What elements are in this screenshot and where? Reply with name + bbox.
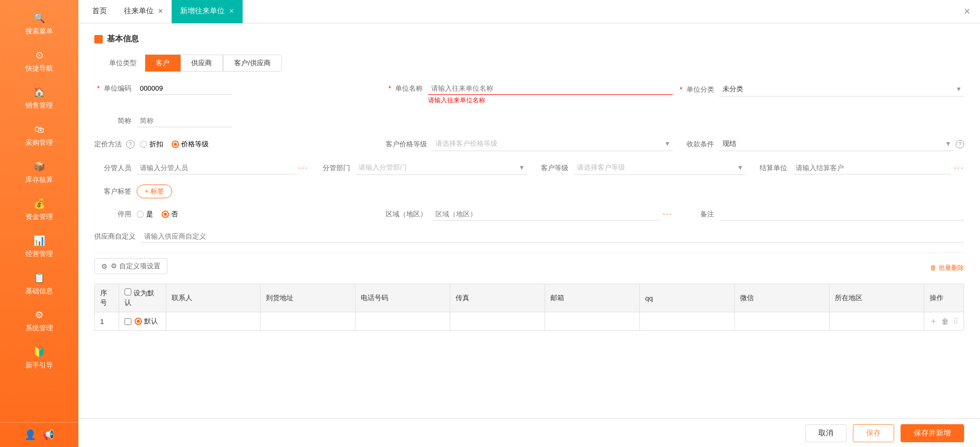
- payment-terms-value: 现结: [719, 137, 945, 151]
- radio-circle-default: [135, 318, 142, 325]
- radio-circle-yes: [137, 211, 144, 218]
- pricing-method-radio-group: 折扣 价格等级: [140, 139, 209, 149]
- qq-input[interactable]: [645, 318, 729, 326]
- pricing-method-help-icon[interactable]: ?: [126, 140, 135, 148]
- add-tag-button[interactable]: + 标签: [137, 185, 172, 198]
- fax-input[interactable]: [456, 318, 539, 326]
- unit-code-label: * 单位编码: [94, 84, 131, 93]
- tab-partners-close[interactable]: ✕: [158, 7, 163, 15]
- radio-dot: [174, 143, 177, 146]
- tab-partners[interactable]: 往来单位 ✕: [115, 0, 172, 23]
- customer-price-level-placeholder: 请选择客户价格等级: [432, 137, 664, 151]
- unit-category-label: * 单位分类: [677, 85, 714, 94]
- settlement-unit-input[interactable]: [792, 162, 951, 174]
- default-radio[interactable]: 默认: [135, 317, 158, 326]
- sidebar-item-system[interactable]: ⚙ 系统管理: [0, 302, 78, 339]
- sidebar-item-label: 基础信息: [25, 286, 53, 296]
- sidebar-item-inventory[interactable]: 📦 库存核算: [0, 154, 78, 191]
- field-supplier-custom: 供应商自定义: [94, 230, 964, 243]
- add-row-icon[interactable]: ＋: [930, 317, 937, 326]
- settlement-unit-more-btn[interactable]: ···: [954, 163, 964, 173]
- radio-circle-discount: [140, 141, 147, 148]
- sidebar-item-purchase[interactable]: 🛍 采购管理: [0, 117, 78, 154]
- sidebar-item-basic-info[interactable]: 📋 基础信息: [0, 265, 78, 302]
- row-checkbox[interactable]: [124, 318, 131, 325]
- row-unit-info: * 单位编码 * 单位名称 请输入往来单位名称 *: [94, 82, 964, 105]
- supplier-custom-input[interactable]: [141, 230, 964, 243]
- delete-row-icon[interactable]: 🗑: [941, 317, 949, 326]
- save-and-new-button[interactable]: 保存并新增: [901, 424, 964, 442]
- disabled-yes[interactable]: 是: [137, 209, 153, 219]
- tab-bar-close[interactable]: ✕: [959, 6, 975, 16]
- region-more-btn[interactable]: ···: [663, 209, 673, 219]
- pricing-method-price-level[interactable]: 价格等级: [172, 139, 209, 149]
- type-btn-customer[interactable]: 客户: [145, 55, 181, 72]
- divider: [94, 252, 964, 253]
- cell-address: [261, 312, 355, 331]
- contact-input[interactable]: [172, 318, 255, 326]
- sidebar: 🔍 搜索菜单 ⊙ 快捷导航 🏠 销售管理 🛍 采购管理 📦 库存核算 💰 资金管…: [0, 0, 78, 447]
- department-select[interactable]: 请输入分管部门 ▼: [355, 161, 528, 175]
- radio-dot: [164, 213, 167, 216]
- col-actions: 操作: [924, 284, 964, 312]
- notification-icon[interactable]: 📢: [42, 429, 54, 441]
- wechat-input[interactable]: [740, 318, 824, 326]
- payment-terms-select[interactable]: 现结 ▼: [719, 137, 954, 151]
- sidebar-item-finance[interactable]: 💰 资金管理: [0, 191, 78, 228]
- unit-type-row: 单位类型 客户 供应商 客户/供应商: [94, 55, 964, 72]
- region-label: 区域（地区）: [386, 209, 427, 219]
- user-icon[interactable]: 👤: [24, 429, 36, 441]
- customer-price-level-select[interactable]: 请选择客户价格等级 ▼: [432, 137, 673, 151]
- col-qq: qq: [640, 284, 735, 312]
- pricing-method-discount[interactable]: 折扣: [140, 139, 163, 149]
- unit-type-label: 单位类型: [94, 58, 137, 68]
- manager-more-btn[interactable]: ···: [298, 163, 308, 173]
- sidebar-item-operations[interactable]: 📊 经营管理: [0, 228, 78, 265]
- sidebar-item-label: 快捷导航: [25, 64, 53, 73]
- save-button[interactable]: 保存: [853, 424, 894, 442]
- payment-terms-help-icon[interactable]: ?: [956, 140, 964, 148]
- drag-icon[interactable]: ⠿: [953, 317, 958, 326]
- cancel-button[interactable]: 取消: [805, 424, 847, 442]
- required-star: *: [97, 84, 100, 92]
- sidebar-item-guide[interactable]: 🔰 新手引导: [0, 339, 78, 376]
- phone-input[interactable]: [361, 318, 444, 326]
- disabled-no[interactable]: 否: [162, 209, 178, 219]
- sidebar-item-label: 系统管理: [25, 323, 53, 333]
- col-address: 到货地址: [261, 284, 355, 312]
- region-input[interactable]: [432, 208, 660, 221]
- custom-settings-button[interactable]: ⚙ ⚙ 自定义项设置: [94, 258, 167, 274]
- row-customer-tag: 客户标签 + 标签: [94, 185, 964, 198]
- type-btn-supplier[interactable]: 供应商: [181, 55, 223, 72]
- unit-code-input[interactable]: [137, 82, 232, 95]
- radio-circle-price-level: [172, 141, 179, 148]
- unit-category-select-wrap[interactable]: 未分类 ▼: [719, 82, 964, 97]
- sidebar-item-sales[interactable]: 🏠 销售管理: [0, 80, 78, 117]
- sidebar-item-quick-nav[interactable]: ⊙ 快捷导航: [0, 42, 78, 80]
- unit-name-input[interactable]: [428, 82, 673, 95]
- tab-new-partner-close[interactable]: ✕: [229, 7, 234, 15]
- batch-delete-button[interactable]: 🗑 批量删除: [930, 264, 964, 273]
- footer: 取消 保存 保存并新增: [78, 418, 980, 447]
- manager-input[interactable]: [137, 162, 295, 174]
- email-input[interactable]: [550, 318, 634, 326]
- short-name-input[interactable]: [137, 115, 232, 127]
- cell-phone: [355, 312, 450, 331]
- customer-level-select[interactable]: 请选择客户等级 ▼: [574, 161, 746, 175]
- chevron-down-icon: ▼: [519, 164, 525, 171]
- sidebar-item-label: 搜索菜单: [25, 27, 53, 36]
- type-btn-both[interactable]: 客户/供应商: [223, 55, 282, 72]
- select-all-checkbox[interactable]: [124, 288, 131, 295]
- tab-home[interactable]: 首页: [84, 0, 115, 23]
- tab-home-label: 首页: [92, 6, 107, 16]
- region-input[interactable]: [835, 318, 919, 326]
- address-input[interactable]: [266, 318, 350, 326]
- remark-input[interactable]: [719, 208, 964, 221]
- field-payment-terms: 收款条件 现结 ▼ ?: [677, 137, 964, 151]
- tab-new-partner[interactable]: 新增往来单位 ✕: [172, 0, 243, 23]
- row-short-name: 简称: [94, 115, 964, 127]
- sidebar-item-search[interactable]: 🔍 搜索菜单: [0, 5, 78, 42]
- chevron-down-icon: ▼: [945, 140, 951, 147]
- short-name-label: 简称: [94, 116, 131, 126]
- delete-icon: 🗑: [930, 264, 937, 271]
